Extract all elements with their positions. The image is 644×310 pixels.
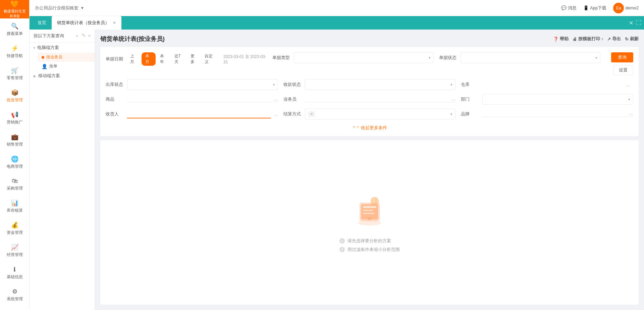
user-menu[interactable]: Ea demo2 (613, 3, 639, 13)
salesperson-filter: 业务员 … (283, 96, 456, 102)
consignee-ellipsis[interactable]: … (274, 112, 278, 117)
tree-mobile[interactable]: ▶ 移动端方案 (30, 71, 95, 81)
date-btn-last7[interactable]: 近7天 (171, 52, 186, 66)
settle-method-select[interactable]: ✕ ▾ (305, 109, 456, 119)
setting-btn[interactable]: 设置 (613, 65, 633, 75)
tree-item-salesperson[interactable]: 按业务员 (38, 53, 95, 62)
brand-ellipsis[interactable]: … (629, 111, 633, 116)
help-label: 帮助 (560, 36, 569, 42)
export-btn[interactable]: ↗ 导出 (607, 36, 621, 42)
edit-scheme-icon[interactable]: ✎ (82, 33, 86, 39)
goods-ellipsis[interactable]: … (274, 96, 278, 101)
left-panel: 按以下方案查询 ＋ ✎ « ▾ 电脑端方案 按业务员 👤 按单 (30, 30, 95, 310)
add-scheme-icon[interactable]: ＋ (75, 33, 79, 39)
breadcrumb-chevron-icon[interactable]: ▾ (81, 5, 84, 10)
salesperson-ellipsis[interactable]: … (451, 96, 455, 101)
query-buttons: 查询 设置 (611, 52, 633, 75)
logo-icon: 🧡 (10, 0, 19, 8)
sidebar-item-search[interactable]: 🔍 搜索菜单 (0, 18, 30, 41)
message-btn[interactable]: 💬 消息 (561, 5, 577, 11)
svg-text:!: ! (373, 198, 374, 204)
help-icon: ❓ (553, 37, 558, 42)
settle-method-tag-close[interactable]: ✕ (310, 112, 313, 116)
tab-report[interactable]: 销货单统计表（按业务员） ✕ (52, 16, 121, 30)
tip-num-2: 2 (339, 247, 345, 252)
message-label: 消息 (568, 5, 577, 11)
active-dot-icon (42, 56, 44, 59)
tree-desktop[interactable]: ▾ 电脑端方案 (30, 43, 95, 53)
sidebar-item-basic-label: 基础信息 (1, 274, 28, 280)
consignee-label: 收货人 (106, 111, 124, 117)
doc-type-select[interactable]: ▾ (294, 52, 434, 63)
tab-expand-icon[interactable]: ⛶ (636, 20, 641, 26)
print-btn[interactable]: 🖨 按模板打印 ▾ (573, 36, 603, 42)
date-label: 单据日期 (106, 56, 124, 62)
department-select[interactable]: ▾ (482, 94, 633, 105)
sidebar-item-marketing[interactable]: 📢 营销推广 (0, 107, 30, 129)
consignee-input[interactable] (127, 110, 271, 118)
warehouse-ellipsis[interactable]: … (626, 82, 630, 87)
tab-home[interactable]: 首页 (32, 16, 52, 30)
date-btn-lastmonth[interactable]: 上月 (127, 52, 140, 66)
sidebar-item-operations-label: 经营管理 (1, 252, 28, 258)
collapse-panel-icon[interactable]: « (88, 33, 91, 39)
sidebar-item-finance[interactable]: 💰 资金管理 (0, 217, 30, 240)
query-btn[interactable]: 查询 (611, 52, 633, 62)
tab-close-icon[interactable]: ✕ (113, 20, 116, 25)
app-download-btn[interactable]: 📱 App下载 (583, 5, 606, 11)
sidebar-item-retail[interactable]: 🛒 零售管理 (0, 63, 30, 85)
empty-tip-2-row: 2 用过滤条件来缩小分析范围 (339, 245, 400, 254)
print-icon: 🖨 (573, 37, 577, 42)
sidebar-item-ecommerce-label: 电商管理 (1, 164, 28, 169)
finance-icon: 💰 (1, 221, 28, 229)
date-btn-custom[interactable]: 自定义 (202, 52, 218, 66)
sidebar-item-sales[interactable]: 💼 销售管理 (0, 129, 30, 151)
sidebar-item-purchase[interactable]: 🛍 采购管理 (0, 173, 30, 195)
collect-status-select[interactable]: ▾ (305, 79, 456, 90)
tree-item-order[interactable]: 👤 按单 (38, 62, 95, 71)
sidebar-item-marketing-label: 营销推广 (1, 119, 28, 125)
settle-method-chevron-icon: ▾ (450, 112, 452, 116)
doc-status-label: 单据状态 (439, 55, 458, 61)
logo-text: 畅捷通好生意标准版 (4, 9, 26, 18)
sidebar-item-ecommerce[interactable]: 🌐 电商管理 (0, 151, 30, 173)
empty-state: ! 1 请先选择要分析的方案 2 用过滤条件来缩小分析范围 (100, 140, 639, 305)
sidebar-item-cooperation[interactable]: 🤝 企业协同 (0, 306, 30, 310)
refresh-btn[interactable]: ↻ 刷新 (625, 36, 639, 42)
empty-tip-1-row: 1 请先选择要分析的方案 (339, 237, 400, 245)
tree-item-order-label: 按单 (49, 63, 57, 69)
date-btn-thisyear[interactable]: 本年 (157, 52, 170, 66)
sidebar-item-inventory[interactable]: 📊 库存核算 (0, 195, 30, 217)
tree-item-salesperson-label: 按业务员 (46, 54, 62, 60)
sidebar-item-shortcut[interactable]: ⚡ 快捷导航 (0, 41, 30, 63)
sidebar-item-wholesale[interactable]: 📦 批发管理 (0, 85, 30, 107)
page-title-row: 销货单统计表(按业务员) ❓ 帮助 🖨 按模板打印 ▾ ↗ 导出 (100, 35, 639, 43)
retail-icon: 🛒 (1, 67, 28, 74)
sidebar-item-operations[interactable]: 📈 经营管理 (0, 240, 30, 262)
tabbar: 首页 销货单统计表（按业务员） ✕ ✕ ⛶ (30, 16, 644, 30)
doc-status-select[interactable]: ▾ (461, 52, 600, 63)
collapse-btn[interactable]: ⌃⌃ 收起更多条件 (106, 122, 633, 131)
phone-icon: 📱 (583, 5, 589, 10)
refresh-icon: ↻ (625, 37, 629, 42)
svg-rect-5 (363, 213, 375, 214)
collapse-chevron-icon: ⌃⌃ (352, 125, 360, 131)
sidebar-item-basic[interactable]: ℹ 基础信息 (0, 262, 30, 284)
date-btn-thismonth[interactable]: 本月 (142, 52, 156, 66)
empty-tips: 1 请先选择要分析的方案 2 用过滤条件来缩小分析范围 (339, 237, 400, 254)
out-status-select[interactable]: ▾ (127, 79, 278, 90)
out-status-chevron-icon: ▾ (273, 83, 275, 87)
help-btn[interactable]: ❓ 帮助 (553, 36, 569, 42)
date-range-text: 2023-03-01 至 2023-03-31 (223, 54, 267, 64)
date-btn-more[interactable]: 更多 (187, 52, 201, 66)
tip-num-1: 1 (339, 238, 345, 244)
collapse-label: 收起更多条件 (361, 125, 387, 131)
tab-close-all-icon[interactable]: ✕ (629, 20, 633, 26)
topbar: 办公用品行业模拟账套 ▾ 💬 消息 📱 App下载 Ea demo2 (30, 0, 644, 16)
sidebar-item-search-label: 搜索菜单 (1, 31, 28, 37)
content-area: 按以下方案查询 ＋ ✎ « ▾ 电脑端方案 按业务员 👤 按单 (30, 30, 644, 310)
filter-area: 单据日期 上月 本月 本年 近7天 更多 自定义 2023-03-01 至 20… (100, 47, 639, 136)
sidebar-item-system[interactable]: ⚙ 系统管理 (0, 284, 30, 306)
user-name: demo2 (625, 5, 639, 10)
collect-status-label: 收款状态 (283, 82, 302, 88)
